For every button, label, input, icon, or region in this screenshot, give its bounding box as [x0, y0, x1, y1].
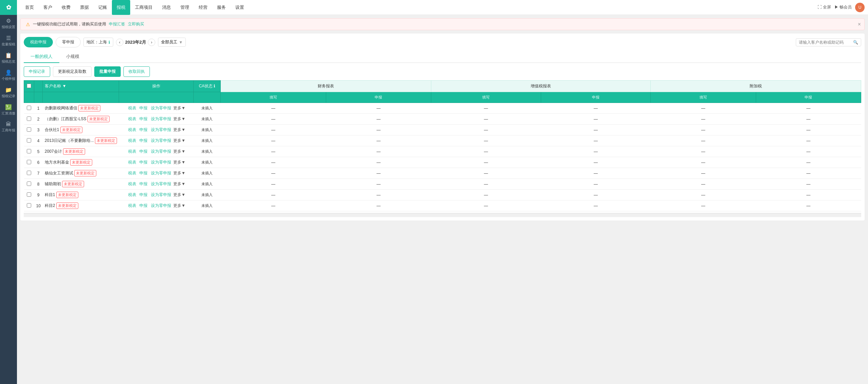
row-check-6[interactable]: [27, 171, 31, 175]
fullscreen-button[interactable]: ⛶ 全屏: [817, 4, 831, 10]
row-checkbox-9[interactable]: [24, 200, 34, 211]
op-more-9[interactable]: 更多▼: [173, 203, 185, 208]
vip-button[interactable]: ▶ 畅会员: [834, 4, 852, 10]
tab-zero-declare[interactable]: 零申报: [56, 37, 81, 47]
op-zero-declare-2[interactable]: 设为零申报: [151, 127, 171, 132]
op-zero-declare-7[interactable]: 设为零申报: [151, 182, 171, 186]
row-check-7[interactable]: [27, 182, 31, 186]
sidebar-item-batch-tax[interactable]: ☰ 批量报税: [0, 32, 17, 49]
op-tax-table-9[interactable]: 税表: [128, 203, 136, 208]
nav-billing[interactable]: 收费: [57, 0, 75, 15]
row-checkbox-2[interactable]: [24, 125, 34, 135]
sidebar-item-tax-records[interactable]: 📁 报税记录: [0, 84, 17, 101]
sort-icon[interactable]: ▼: [62, 84, 66, 88]
op-tax-table-1[interactable]: 税表: [128, 116, 136, 121]
row-check-8[interactable]: [27, 192, 31, 197]
retrieve-back-button[interactable]: 收取回执: [123, 66, 150, 77]
op-more-6[interactable]: 更多▼: [173, 171, 185, 175]
op-declare-8[interactable]: 申报: [139, 192, 147, 197]
tab-tax-declare[interactable]: 税款申报: [24, 37, 53, 47]
row-checkbox-5[interactable]: [24, 157, 34, 168]
nav-service[interactable]: 服务: [212, 0, 231, 15]
row-check-4[interactable]: [27, 149, 31, 153]
row-check-1[interactable]: [27, 116, 31, 121]
op-declare-6[interactable]: 申报: [139, 171, 147, 175]
row-checkbox-1[interactable]: [24, 114, 34, 125]
op-zero-declare-6[interactable]: 设为零申报: [151, 171, 171, 175]
nav-management[interactable]: 管理: [176, 0, 194, 15]
op-tax-table-7[interactable]: 税表: [128, 182, 136, 186]
op-zero-declare-8[interactable]: 设为零申报: [151, 192, 171, 197]
op-more-3[interactable]: 更多▼: [173, 138, 185, 143]
sidebar-item-personal-tax[interactable]: 👤 个税申报: [0, 67, 17, 84]
op-tax-table-4[interactable]: 税表: [128, 149, 136, 154]
row-check-9[interactable]: [27, 203, 31, 208]
nav-operation[interactable]: 经营: [194, 0, 212, 15]
sidebar-item-tax-overview[interactable]: 📋 报税总览: [0, 49, 17, 67]
op-zero-declare-4[interactable]: 设为零申报: [151, 149, 171, 154]
notice-close-button[interactable]: ×: [858, 21, 861, 27]
op-declare-4[interactable]: 申报: [139, 149, 147, 154]
batch-declare-button[interactable]: 批量申报: [94, 66, 121, 77]
select-all-checkbox[interactable]: [27, 84, 31, 88]
search-input[interactable]: [799, 40, 853, 45]
op-tax-table-2[interactable]: 税表: [128, 127, 136, 132]
notice-link-declare[interactable]: 申报汇签: [109, 21, 125, 27]
sidebar-item-annual-settlement[interactable]: 💹 汇算清缴: [0, 101, 17, 119]
op-declare-9[interactable]: 申报: [139, 203, 147, 208]
region-select[interactable]: 地区：上海 ℹ: [83, 38, 113, 47]
next-month-button[interactable]: ›: [148, 39, 155, 46]
op-zero-declare-0[interactable]: 设为零申报: [151, 106, 171, 110]
op-tax-table-6[interactable]: 税表: [128, 171, 136, 175]
nav-message[interactable]: 消息: [157, 0, 176, 15]
op-more-0[interactable]: 更多▼: [173, 106, 185, 110]
op-declare-2[interactable]: 申报: [139, 127, 147, 132]
tab-small-scale[interactable]: 小规模: [59, 51, 86, 63]
op-zero-declare-9[interactable]: 设为零申报: [151, 203, 171, 208]
op-declare-0[interactable]: 申报: [139, 106, 147, 110]
nav-client[interactable]: 客户: [39, 0, 57, 15]
nav-invoice[interactable]: 票据: [75, 0, 94, 15]
op-tax-table-3[interactable]: 税表: [128, 138, 136, 143]
row-checkbox-0[interactable]: [24, 103, 34, 114]
row-checkbox-6[interactable]: [24, 168, 34, 179]
op-zero-declare-5[interactable]: 设为零申报: [151, 160, 171, 165]
row-checkbox-7[interactable]: [24, 179, 34, 190]
row-check-2[interactable]: [27, 127, 31, 132]
row-checkbox-4[interactable]: [24, 146, 34, 157]
op-zero-declare-1[interactable]: 设为零申报: [151, 116, 171, 121]
row-checkbox-3[interactable]: [24, 135, 34, 146]
nav-accounting[interactable]: 记账: [94, 0, 112, 15]
op-tax-table-8[interactable]: 税表: [128, 192, 136, 197]
row-check-0[interactable]: [27, 106, 31, 110]
row-checkbox-8[interactable]: [24, 190, 34, 200]
bottom-scrollbar[interactable]: [24, 213, 861, 217]
row-check-5[interactable]: [27, 160, 31, 164]
op-declare-7[interactable]: 申报: [139, 182, 147, 186]
op-more-5[interactable]: 更多▼: [173, 160, 185, 165]
op-declare-1[interactable]: 申报: [139, 116, 147, 121]
op-tax-table-0[interactable]: 税表: [128, 106, 136, 110]
nav-business-project[interactable]: 工商项目: [130, 0, 157, 15]
nav-tax[interactable]: 报税: [112, 0, 130, 15]
nav-settings[interactable]: 设置: [231, 0, 249, 15]
op-more-7[interactable]: 更多▼: [173, 182, 185, 186]
sidebar-item-tax-settings[interactable]: ⚙ 报税设置: [0, 15, 17, 32]
search-box[interactable]: 🔍: [796, 38, 861, 46]
op-declare-5[interactable]: 申报: [139, 160, 147, 165]
sidebar-item-annual-report[interactable]: 🏛 工商年报: [0, 119, 17, 135]
notice-link-buy[interactable]: 立即购买: [128, 21, 144, 27]
declare-record-button[interactable]: 申报记录: [24, 66, 50, 77]
op-zero-declare-3[interactable]: 设为零申报: [151, 138, 171, 143]
op-more-4[interactable]: 更多▼: [173, 149, 185, 154]
tab-general-taxpayer[interactable]: 一般的税人: [24, 51, 59, 63]
user-avatar[interactable]: U: [855, 3, 865, 12]
staff-selector[interactable]: 全部员工 ▼: [158, 38, 186, 47]
nav-home[interactable]: 首页: [20, 0, 39, 15]
prev-month-button[interactable]: ‹: [116, 39, 123, 46]
row-check-3[interactable]: [27, 138, 31, 143]
op-tax-table-5[interactable]: 税表: [128, 160, 136, 165]
op-declare-3[interactable]: 申报: [139, 138, 147, 143]
update-confirm-button[interactable]: 更新税定及取数: [53, 66, 92, 77]
op-more-2[interactable]: 更多▼: [173, 127, 185, 132]
